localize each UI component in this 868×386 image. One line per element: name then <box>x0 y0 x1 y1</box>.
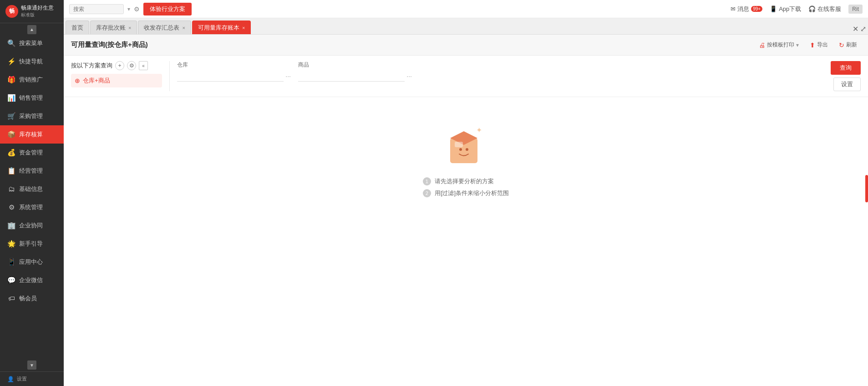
sidebar-scroll-down[interactable]: ▼ <box>27 360 36 370</box>
operation-icon: 📋 <box>7 167 15 175</box>
system-icon: ⚙ <box>7 203 15 211</box>
product-more-icon[interactable]: ··· <box>406 72 412 80</box>
sidebar-item-wechat[interactable]: 💬 企业微信 <box>0 271 64 289</box>
print-button[interactable]: 🖨 按模板打印 ▾ <box>755 39 802 51</box>
sidebar-item-newbie[interactable]: 🌟 新手引导 <box>0 235 64 253</box>
tab-close-inventory-batch[interactable]: × <box>128 25 131 31</box>
filter-divider <box>169 61 170 91</box>
settings-button[interactable]: 设置 <box>833 77 861 91</box>
sidebar-scroll-up[interactable]: ▲ <box>27 25 36 34</box>
collapse-scheme-button[interactable]: « <box>139 61 148 70</box>
sidebar-item-operation[interactable]: 📋 经营管理 <box>0 162 64 180</box>
sidebar-footer: 👤 设置 <box>0 371 64 386</box>
empty-hint-1: 1 请先选择要分析的方案 <box>423 177 509 185</box>
apps-icon: 📱 <box>7 258 15 266</box>
sales-icon: 📊 <box>7 94 15 102</box>
refresh-button[interactable]: ↻ 刷新 <box>835 39 861 51</box>
logo-icon: 畅 <box>5 5 18 18</box>
tabs-actions: ✕ ⤢ <box>853 25 866 34</box>
warehouse-icon: ⊕ <box>75 77 80 84</box>
app-download-button[interactable]: 📱 App下载 <box>770 5 801 13</box>
warehouse-more-icon[interactable]: ··· <box>285 72 291 80</box>
scheme-header: 按以下方案查询 + ⚙ « <box>71 61 162 70</box>
wechat-icon: 💬 <box>7 276 15 284</box>
sidebar-footer-icon: 👤 <box>7 376 14 382</box>
export-button[interactable]: ⬆ 导出 <box>806 39 832 51</box>
empty-hint-2: 2 用[过滤]条件来缩小分析范围 <box>423 189 509 197</box>
product-label: 商品 <box>298 61 412 69</box>
warehouse-filter-field: 仓库 ··· <box>177 61 291 82</box>
sidebar: 畅 畅康通好生意 标准版 ▲ 🔍 搜索菜单 ⚡ 快捷导航 🎁 营销推广 📊 销售… <box>0 0 64 386</box>
filter-buttons: 查询 设置 <box>831 61 861 91</box>
sidebar-item-shortcut[interactable]: ⚡ 快捷导航 <box>0 52 64 71</box>
hint-num-1: 1 <box>423 177 431 185</box>
page-header-actions: 🖨 按模板打印 ▾ ⬆ 导出 ↻ 刷新 <box>755 39 861 51</box>
logo-badge: 标准版 <box>21 12 54 18</box>
sidebar-item-system[interactable]: ⚙ 系统管理 <box>0 198 64 216</box>
message-badge: 99+ <box>751 6 762 12</box>
hint-num-2: 2 <box>423 189 431 197</box>
industry-solution-button[interactable]: 体验行业方案 <box>143 3 192 15</box>
enterprise-icon: 🏢 <box>7 221 15 230</box>
svg-text:✦: ✦ <box>476 126 482 134</box>
export-icon: ⬆ <box>810 41 815 49</box>
product-input[interactable] <box>298 71 405 82</box>
warehouse-input[interactable] <box>177 71 284 82</box>
sidebar-item-search[interactable]: 🔍 搜索菜单 <box>0 34 64 52</box>
add-scheme-button[interactable]: + <box>115 61 124 70</box>
gear-icon[interactable]: ⚙ <box>134 5 140 13</box>
newbie-icon: 🌟 <box>7 240 15 248</box>
sidebar-item-inventory[interactable]: 📦 库存核算 <box>0 125 64 144</box>
sidebar-item-purchase[interactable]: 🛒 采购管理 <box>0 107 64 125</box>
empty-illustration: ✦ <box>443 124 489 170</box>
tab-receipt-summary[interactable]: 收发存汇总表 × <box>138 21 191 34</box>
user-avatar[interactable]: Rit <box>848 5 863 14</box>
tab-home[interactable]: 首页 <box>66 21 89 34</box>
sidebar-item-basic[interactable]: 🗂 基础信息 <box>0 180 64 198</box>
basic-icon: 🗂 <box>7 185 15 193</box>
logo-name: 畅康通好生意 <box>21 5 54 12</box>
chevron-down-print-icon: ▾ <box>796 42 799 48</box>
breadcrumb-search-input[interactable] <box>69 4 124 14</box>
empty-state: ✦ 1 请先选择要分析的方案 2 用[过滤]条件来缩小分析范围 <box>64 97 868 225</box>
sidebar-item-enterprise[interactable]: 🏢 企业协同 <box>0 216 64 235</box>
chevron-down-icon[interactable]: ▾ <box>127 6 130 12</box>
svg-point-5 <box>466 148 468 151</box>
message-icon: ✉ <box>731 5 736 12</box>
sidebar-logo: 畅 畅康通好生意 标准版 <box>0 0 64 23</box>
sidebar-item-finance[interactable]: 💰 资金管理 <box>0 144 64 162</box>
tab-available-ledger[interactable]: 可用量库存账本 × <box>192 21 251 34</box>
tab-inventory-batch[interactable]: 库存批次账 × <box>90 21 137 34</box>
sidebar-item-sales[interactable]: 📊 销售管理 <box>0 89 64 107</box>
header-right-actions: ✉ 消息 99+ 📱 App下载 🎧 在线客服 Rit <box>731 5 863 14</box>
tab-maximize-button[interactable]: ⤢ <box>860 25 866 33</box>
online-service-button[interactable]: 🎧 在线客服 <box>808 5 841 13</box>
warehouse-label: 仓库 <box>177 61 291 69</box>
purchase-icon: 🛒 <box>7 112 15 120</box>
edit-scheme-button[interactable]: ⚙ <box>127 61 136 70</box>
filter-fields: 仓库 ··· 商品 ··· <box>177 61 825 82</box>
marketing-icon: 🎁 <box>7 76 15 84</box>
empty-svg: ✦ <box>443 124 489 170</box>
sidebar-item-marketing[interactable]: 🎁 营销推广 <box>0 71 64 89</box>
sidebar-item-apps[interactable]: 📱 应用中心 <box>0 253 64 271</box>
mobile-icon: 📱 <box>770 5 777 12</box>
refresh-icon: ↻ <box>839 41 844 49</box>
main-area: ▾ ⚙ 体验行业方案 ✉ 消息 99+ 📱 App下载 🎧 在线客服 Rit <box>64 0 868 386</box>
sidebar-item-member[interactable]: 🏷 畅会员 <box>0 289 64 308</box>
sidebar-nav: 🔍 搜索菜单 ⚡ 快捷导航 🎁 营销推广 📊 销售管理 🛒 采购管理 📦 库存核… <box>0 34 64 360</box>
empty-hints: 1 请先选择要分析的方案 2 用[过滤]条件来缩小分析范围 <box>423 177 509 197</box>
tab-close-all-button[interactable]: ✕ <box>853 25 858 33</box>
print-icon: 🖨 <box>759 41 765 49</box>
query-button[interactable]: 查询 <box>831 61 861 75</box>
top-header: ▾ ⚙ 体验行业方案 ✉ 消息 99+ 📱 App下载 🎧 在线客服 Rit <box>64 0 868 18</box>
right-scroll-indicator <box>865 175 868 202</box>
scheme-item-warehouse-product[interactable]: ⊕ 仓库+商品 <box>71 74 162 87</box>
product-input-row: ··· <box>298 71 412 82</box>
tab-close-available-ledger[interactable]: × <box>242 25 245 31</box>
tab-close-receipt-summary[interactable]: × <box>182 25 185 31</box>
inventory-icon: 📦 <box>7 130 15 139</box>
shortcut-icon: ⚡ <box>7 57 15 66</box>
message-button[interactable]: ✉ 消息 99+ <box>731 5 762 13</box>
filter-scheme: 按以下方案查询 + ⚙ « ⊕ 仓库+商品 <box>71 61 162 87</box>
